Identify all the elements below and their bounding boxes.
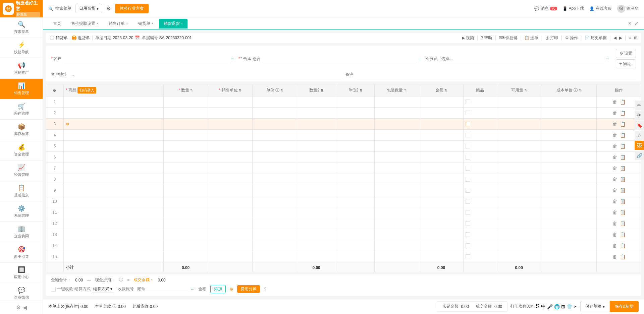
gift-checkbox[interactable] (466, 155, 470, 160)
cell-pkg-qty[interactable] (375, 130, 419, 141)
next-record-icon[interactable]: ▶ (619, 36, 622, 40)
delete-row-btn[interactable]: 🗑 (612, 165, 618, 172)
delete-row-btn[interactable]: 🗑 (612, 231, 618, 238)
warehouse-input[interactable] (263, 55, 417, 62)
cell-pkg-qty[interactable] (375, 240, 419, 251)
settings-icon[interactable]: ⚙ (16, 304, 21, 311)
address-input[interactable] (69, 71, 341, 78)
cell-sale-unit[interactable] (208, 130, 253, 141)
cell-sale-unit[interactable] (208, 163, 253, 174)
copy-row-btn[interactable]: 📋 (619, 209, 626, 216)
billing-select[interactable]: 结算方式 ▾ (92, 286, 114, 293)
sidebar-item-system[interactable]: ⚙️系统管理 (0, 201, 43, 222)
cell-cost-price[interactable] (541, 152, 597, 163)
sidebar-item-purchase[interactable]: 🛒采购管理 (0, 99, 43, 120)
account-lookup[interactable]: ··· (191, 287, 194, 292)
cell-sale-unit[interactable] (208, 218, 253, 229)
cell-qty2[interactable] (297, 207, 336, 218)
cell-cost-price[interactable] (541, 251, 597, 262)
tab-sale-return[interactable]: 销货退货× (159, 19, 188, 28)
cell-unit-price[interactable] (253, 174, 297, 185)
cell-cost-price[interactable] (541, 185, 597, 196)
cell-cost-price[interactable] (541, 130, 597, 141)
cell-pkg-qty[interactable] (375, 97, 419, 108)
qty-sort[interactable]: ⇅ (190, 88, 193, 92)
cell-available[interactable] (497, 185, 541, 196)
cell-product[interactable] (63, 97, 163, 108)
tool-icon-6[interactable]: 👕 (567, 304, 572, 309)
cell-unit-price[interactable] (253, 119, 297, 130)
copy-row-btn[interactable]: 📋 (619, 231, 626, 238)
tab-home[interactable]: 首页 (48, 19, 66, 28)
cell-product[interactable] (63, 108, 163, 119)
copy-row-btn[interactable]: 📋 (619, 253, 626, 260)
customer-lookup-icon[interactable]: ··· (231, 56, 234, 61)
cell-unit2[interactable] (336, 218, 375, 229)
copy-row-btn[interactable]: 📋 (619, 99, 626, 105)
gift-checkbox[interactable] (466, 243, 470, 248)
cell-qty[interactable] (163, 174, 208, 185)
cell-cost-price[interactable] (541, 196, 597, 207)
copy-row-btn[interactable]: 📋 (619, 220, 626, 227)
copy-row-btn[interactable]: 📋 (619, 143, 626, 149)
gift-checkbox[interactable] (466, 210, 470, 215)
cell-qty[interactable] (163, 218, 208, 229)
gift-checkbox[interactable] (466, 122, 470, 126)
cell-unit-price[interactable] (253, 207, 297, 218)
cell-pkg-qty[interactable] (375, 185, 419, 196)
cell-qty2[interactable] (297, 97, 336, 108)
cell-qty2[interactable] (297, 240, 336, 251)
cell-sale-unit[interactable] (208, 207, 253, 218)
gift-checkbox[interactable] (466, 111, 470, 115)
cell-qty2[interactable] (297, 185, 336, 196)
cell-available[interactable] (497, 108, 541, 119)
cell-available[interactable] (497, 251, 541, 262)
cell-cost-price[interactable] (541, 218, 597, 229)
tool-icon-5[interactable]: ⊞ (561, 304, 565, 309)
list-view-icon[interactable]: ≡ (629, 36, 631, 40)
prev-record-icon[interactable]: ◀ (613, 36, 616, 40)
help-circle-icon[interactable]: ⓘ (119, 277, 123, 283)
delete-row-btn[interactable]: 🗑 (612, 198, 618, 205)
cell-available[interactable] (497, 119, 541, 130)
cell-amount[interactable] (419, 240, 463, 251)
gift-checkbox[interactable] (466, 254, 470, 259)
tool-icon-2[interactable]: 中 (541, 304, 546, 310)
float-star-icon[interactable]: ☆ (635, 131, 644, 140)
cell-pkg-qty[interactable] (375, 229, 419, 240)
cell-sale-unit[interactable] (208, 251, 253, 262)
warehouse-lookup-icon[interactable]: ··· (418, 56, 422, 61)
cell-unit-price[interactable] (253, 185, 297, 196)
cell-cost-price[interactable] (541, 240, 597, 251)
delete-row-btn[interactable]: 🗑 (612, 220, 618, 227)
message-item[interactable]: 💬 消息 70 (534, 6, 557, 11)
cell-qty[interactable] (163, 207, 208, 218)
delete-row-btn[interactable]: 🗑 (612, 187, 618, 194)
cell-unit-price[interactable] (253, 196, 297, 207)
cell-available[interactable] (497, 207, 541, 218)
cell-available[interactable] (497, 240, 541, 251)
tab-close-sale-order[interactable]: × (126, 22, 128, 25)
cell-amount[interactable] (419, 163, 463, 174)
gift-checkbox[interactable] (466, 166, 470, 171)
sidebar-item-wechat[interactable]: 💬企业微信 (0, 283, 43, 301)
cell-unit-price[interactable] (253, 97, 297, 108)
gift-checkbox[interactable] (466, 199, 470, 204)
cell-qty2[interactable] (297, 130, 336, 141)
cell-unit-price[interactable] (253, 152, 297, 163)
copy-row-btn[interactable]: 📋 (619, 154, 626, 161)
scan-button[interactable]: 扫码录入 (77, 87, 96, 93)
th-settings[interactable]: ⚙ (46, 84, 64, 97)
cell-available[interactable] (497, 229, 541, 240)
cell-available[interactable] (497, 174, 541, 185)
cell-qty[interactable] (163, 119, 208, 130)
cell-unit-price[interactable] (253, 141, 297, 152)
sidebar-item-search[interactable]: 🔍搜索菜单 (0, 17, 43, 38)
cell-pkg-qty[interactable] (375, 196, 419, 207)
gift-checkbox[interactable] (466, 100, 470, 104)
cell-pkg-qty[interactable] (375, 207, 419, 218)
delete-row-btn[interactable]: 🗑 (612, 132, 618, 138)
cell-qty[interactable] (163, 196, 208, 207)
cell-product[interactable] (63, 251, 163, 262)
cell-product[interactable] (63, 229, 163, 240)
